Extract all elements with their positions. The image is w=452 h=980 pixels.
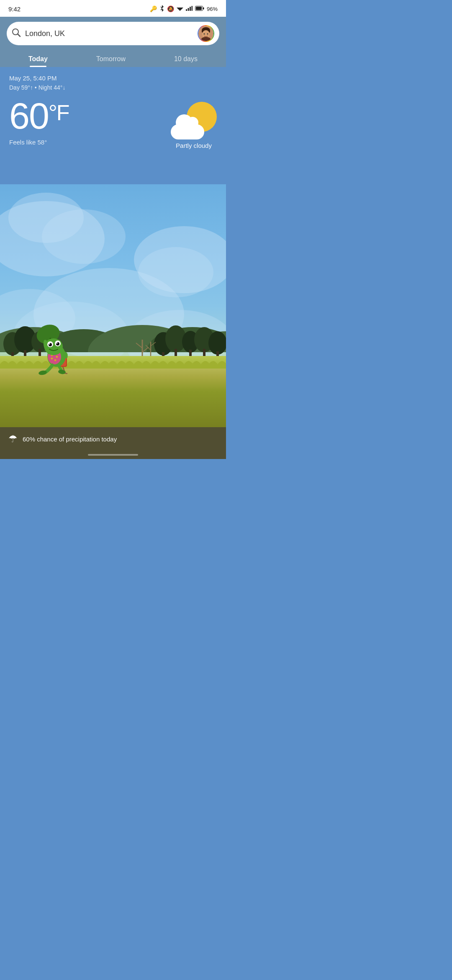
svg-rect-6 (196, 7, 202, 10)
battery-icon (195, 6, 204, 12)
home-indicator (0, 451, 226, 459)
temperature-display: 60°F (9, 98, 69, 134)
svg-point-36 (208, 331, 226, 355)
tab-10days[interactable]: 10 days (166, 50, 206, 67)
svg-rect-3 (190, 7, 191, 11)
key-icon: 🔑 (150, 5, 157, 12)
svg-line-9 (18, 34, 21, 36)
status-icons: 🔑 🔕 96 (150, 5, 218, 13)
tab-tomorrow[interactable]: Tomorrow (88, 50, 134, 67)
status-bar: 9:42 🔑 🔕 (0, 0, 226, 17)
tabs-container: Today Tomorrow 10 days (0, 50, 226, 67)
battery-percent: 96% (207, 6, 218, 12)
temp-section: 60°F Feels like 58° (9, 98, 69, 146)
avatar[interactable] (198, 25, 214, 42)
svg-rect-1 (186, 9, 187, 11)
svg-point-58 (54, 359, 56, 361)
condition-section: Partly cloudy (171, 102, 217, 149)
search-input[interactable]: London, UK (25, 29, 193, 38)
status-time: 9:42 (8, 5, 21, 13)
signal-icon (186, 6, 193, 12)
svg-point-15 (207, 34, 208, 35)
frog-character (33, 318, 84, 377)
illustration-area (0, 184, 226, 427)
date-time: May 25, 5:40 PM (9, 75, 217, 82)
bluetooth-icon (159, 5, 164, 13)
umbrella-icon: ☂ (8, 433, 18, 445)
day-night-range: Day 59°↑ • Night 44°↓ (9, 84, 217, 91)
svg-rect-2 (187, 8, 189, 11)
weather-row: 60°F Feels like 58° Partly cloudy (9, 98, 217, 149)
search-container: London, UK (0, 17, 226, 50)
svg-point-14 (204, 34, 205, 35)
cloud-shape (171, 118, 208, 139)
weather-main: May 25, 5:40 PM Day 59°↑ • Night 44°↓ 60… (0, 67, 226, 184)
svg-point-67 (56, 343, 58, 344)
svg-line-39 (136, 343, 142, 348)
svg-point-66 (49, 343, 50, 345)
precipitation-text: 60% chance of precipitation today (23, 436, 117, 443)
tab-today[interactable]: Today (20, 50, 56, 67)
cloud-extra-3 (138, 247, 213, 297)
condition-label: Partly cloudy (176, 142, 212, 149)
svg-rect-7 (203, 7, 204, 9)
weather-icon (171, 102, 217, 139)
svg-point-56 (56, 356, 58, 358)
svg-point-57 (51, 358, 53, 359)
svg-point-69 (58, 369, 66, 375)
bell-mute-icon: 🔕 (167, 5, 174, 12)
cloud-extra-2 (42, 209, 126, 264)
home-bar (88, 454, 138, 456)
search-icon (12, 28, 21, 39)
search-bar[interactable]: London, UK (7, 22, 219, 45)
wifi-icon (177, 6, 183, 12)
svg-marker-0 (177, 8, 183, 11)
svg-rect-4 (191, 6, 193, 11)
bottom-bar: ☂ 60% chance of precipitation today (0, 427, 226, 451)
svg-line-40 (142, 347, 149, 352)
feels-like: Feels like 58° (9, 139, 69, 146)
